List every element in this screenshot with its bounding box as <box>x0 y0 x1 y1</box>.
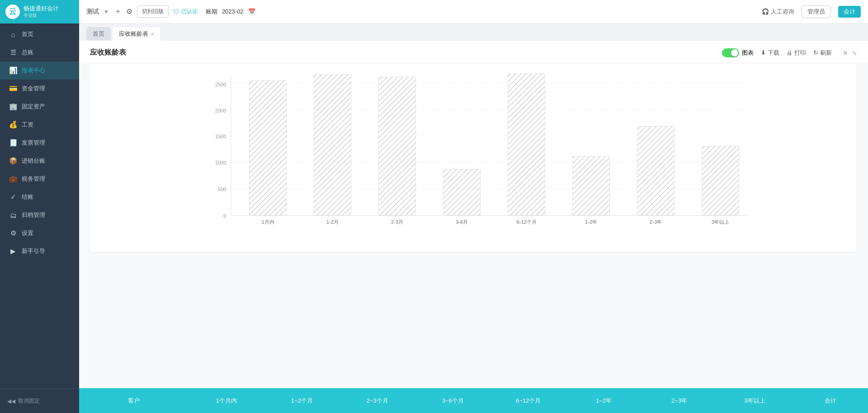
svg-text:3-6月: 3-6月 <box>456 219 468 225</box>
bar-1m <box>250 80 287 215</box>
sidebar-label-ledger: 总账 <box>22 48 33 56</box>
close-window-icon[interactable]: ✕ <box>843 49 848 56</box>
download-icon: ⬇ <box>761 49 766 56</box>
sidebar-item-settle[interactable]: ✓ 结账 <box>0 188 79 206</box>
download-label: 下载 <box>768 49 779 57</box>
bar-2-3m <box>379 77 416 215</box>
service-button[interactable]: 🎧 人工咨询 <box>762 8 794 16</box>
pin-icon: ◀◀ <box>7 398 15 404</box>
accountant-button[interactable]: 会计 <box>838 6 861 18</box>
sidebar-label-sales: 进销台账 <box>22 157 45 165</box>
bar-1-2m <box>314 75 351 216</box>
page-header: 应收账龄表 图表 ⬇ 下载 🖨 打印 ↻ 刷新 <box>79 41 868 63</box>
app-edition: 专业版 <box>24 12 59 19</box>
sidebar-footer: ◀◀ 取消固定 <box>0 389 79 413</box>
sidebar-item-tax[interactable]: 💼 税务管理 <box>0 170 79 188</box>
sidebar-label-settings: 设置 <box>22 229 33 237</box>
svg-text:2-3年: 2-3年 <box>650 219 662 225</box>
sidebar-label-assets: 固定资产 <box>22 103 45 111</box>
company-dropdown-icon[interactable]: ▼ <box>104 9 109 15</box>
invoice-icon: 🧾 <box>9 139 17 147</box>
shield-icon: 🛡 <box>173 8 179 15</box>
headset-icon: 🎧 <box>762 8 769 15</box>
sidebar-item-ledger[interactable]: ☰ 总账 <box>0 43 79 61</box>
expand-window-icon[interactable]: ⤡ <box>852 49 857 56</box>
switch-version-button[interactable]: 切到旧版 <box>137 5 169 18</box>
sidebar-label-archive: 归档管理 <box>22 211 45 219</box>
refresh-label: 刷新 <box>820 49 832 57</box>
chart-toggle[interactable] <box>722 48 739 57</box>
refresh-button[interactable]: ↻ 刷新 <box>813 49 832 57</box>
svg-text:1月内: 1月内 <box>261 219 274 225</box>
add-company-icon[interactable]: ＋ <box>114 7 122 16</box>
print-icon: 🖨 <box>787 49 793 56</box>
sidebar-label-salary: 工资 <box>22 121 33 129</box>
sidebar-item-archive[interactable]: 🗂 归档管理 <box>0 206 79 224</box>
th-2: 1~2个月 <box>264 397 340 405</box>
sidebar-item-reports[interactable]: 📊 报表中心 <box>0 61 79 80</box>
svg-text:2500: 2500 <box>215 82 226 87</box>
sidebar-label-reports: 报表中心 <box>22 66 45 75</box>
main-area: 测试 ▼ ＋ ⚙ 切到旧版 🛡 已认证 账期 2023-02 📅 🎧 人工咨询 … <box>79 0 868 413</box>
sidebar-item-home[interactable]: ⌂ 首页 <box>0 25 79 43</box>
tab-ar-aging[interactable]: 应收账龄表× <box>113 27 160 41</box>
bar-3y-plus <box>702 146 739 215</box>
salary-icon: 💰 <box>9 121 17 129</box>
assets-icon: 🏢 <box>9 103 17 111</box>
service-label: 人工咨询 <box>771 8 794 16</box>
funds-icon: 💳 <box>9 84 17 93</box>
download-button[interactable]: ⬇ 下载 <box>761 49 779 57</box>
sidebar-item-assets[interactable]: 🏢 固定资产 <box>0 98 79 116</box>
svg-text:1-2月: 1-2月 <box>326 219 339 225</box>
th-1: 1个月内 <box>189 397 264 405</box>
pin-button[interactable]: ◀◀ 取消固定 <box>0 394 79 408</box>
svg-text:1-2年: 1-2年 <box>585 219 597 225</box>
print-button[interactable]: 🖨 打印 <box>787 49 806 57</box>
sidebar-item-funds[interactable]: 💳 资金管理 <box>0 80 79 98</box>
bar-chart: 0 500 1000 1500 2000 2500 <box>113 72 848 243</box>
app-name-wrap: 畅捷通好会计 专业版 <box>24 5 59 19</box>
sidebar-label-home: 首页 <box>22 30 33 38</box>
window-controls: ✕ ⤡ <box>843 49 857 56</box>
app-name: 畅捷通好会计 <box>24 5 59 13</box>
sidebar-item-salary[interactable]: 💰 工资 <box>0 116 79 134</box>
sales-icon: 📦 <box>9 157 17 165</box>
th-3: 2~3个月 <box>340 397 415 405</box>
admin-button[interactable]: 管理员 <box>802 5 831 18</box>
svg-text:2000: 2000 <box>215 108 226 113</box>
pin-label: 取消固定 <box>18 397 40 405</box>
calendar-icon[interactable]: 📅 <box>248 8 255 15</box>
period-label: 账期 <box>206 8 217 16</box>
topbar-right: 🎧 人工咨询 管理员 会计 <box>762 5 861 18</box>
svg-text:1000: 1000 <box>215 160 226 165</box>
sidebar-item-sales[interactable]: 📦 进销台账 <box>0 152 79 170</box>
period-value: 2023-02 <box>222 8 244 15</box>
sidebar-label-funds: 资金管理 <box>22 84 45 93</box>
th-0: 客户 <box>79 397 189 405</box>
sidebar-label-tax: 税务管理 <box>22 175 45 183</box>
company-name[interactable]: 测试 <box>86 8 99 16</box>
reports-icon: 📊 <box>9 66 17 75</box>
ledger-icon: ☰ <box>9 48 17 56</box>
home-icon: ⌂ <box>9 31 17 38</box>
svg-text:500: 500 <box>218 187 226 192</box>
bar-3-6m <box>443 169 481 216</box>
refresh-icon: ↻ <box>813 49 818 56</box>
chart-toggle-wrap: 图表 <box>722 48 754 57</box>
svg-text:1500: 1500 <box>215 134 226 139</box>
chart-container: 0 500 1000 1500 2000 2500 <box>79 63 868 388</box>
tab-close-ar-aging[interactable]: × <box>151 31 154 37</box>
bar-1-2y <box>573 156 610 216</box>
table-header: 客户1个月内1~2个月2~3个月3~6个月6~12个月1~2年2~3年3年以上合… <box>79 388 868 413</box>
sidebar-item-invoice[interactable]: 🧾 发票管理 <box>0 134 79 152</box>
topbar: 测试 ▼ ＋ ⚙ 切到旧版 🛡 已认证 账期 2023-02 📅 🎧 人工咨询 … <box>79 0 868 23</box>
tab-home[interactable]: 首页 <box>86 27 111 41</box>
th-7: 2~3年 <box>642 397 717 405</box>
th-4: 3~6个月 <box>415 397 491 405</box>
print-label: 打印 <box>794 49 806 57</box>
app-logo-icon: 云 <box>5 5 20 19</box>
company-settings-icon[interactable]: ⚙ <box>126 7 132 16</box>
sidebar-item-guide[interactable]: ▶ 新手引导 <box>0 242 79 260</box>
page-title: 应收账龄表 <box>90 48 126 57</box>
sidebar-item-settings[interactable]: ⚙ 设置 <box>0 224 79 242</box>
